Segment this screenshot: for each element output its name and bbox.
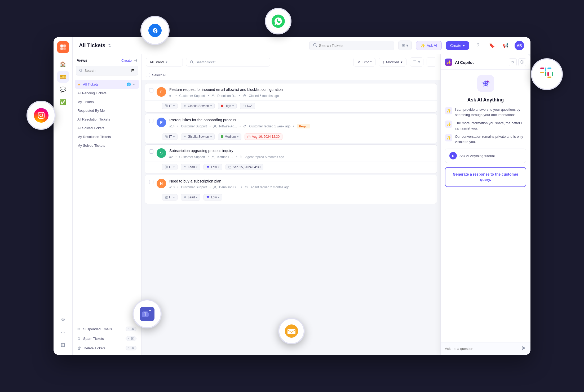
sidebar-item-spam[interactable]: ⊘ Spam Tickets 4.3K (75, 334, 139, 343)
ticket-tag-agent[interactable]: Lead ▾ (181, 194, 201, 201)
sidebar-search[interactable]: ⊞ (76, 66, 138, 75)
sidebar-item-all-tickets[interactable]: ★ All Tickets 🌐 ⋯ (75, 80, 139, 89)
svg-rect-38 (166, 106, 167, 107)
ticket-time-separator: • (239, 94, 240, 98)
ticket-filter-button[interactable] (427, 57, 436, 67)
svg-rect-9 (545, 72, 546, 76)
svg-rect-8 (540, 72, 544, 73)
svg-rect-47 (166, 137, 167, 138)
ticket-agent: Katrina E... (217, 155, 233, 159)
ticket-footer: IT ▾ Lead ▾ Low ▾ (145, 192, 437, 204)
ticket-tag-priority[interactable]: High ▾ (218, 103, 237, 109)
user-avatar[interactable]: AR (515, 41, 524, 50)
headphone-icon (184, 135, 187, 138)
ticket-department: Customer Support (181, 124, 207, 128)
nav-chat[interactable]: 💬 (57, 84, 69, 95)
nav-settings[interactable]: ⚙ (57, 314, 69, 325)
ticket-department: Customer Support (179, 94, 205, 98)
create-button[interactable]: Create ▾ (446, 41, 469, 50)
ticket-tag-dept[interactable]: IT ▾ (162, 103, 178, 109)
ticket-checkbox[interactable] (149, 180, 153, 184)
ticket-tag-agent[interactable]: Gisella Sowten ▾ (181, 103, 215, 109)
ticket-footer: IT ▾ Gisella Sowten ▾ Medium ▾ (145, 131, 437, 143)
nav-home[interactable]: 🏠 (57, 58, 69, 70)
ai-refresh-button[interactable]: ↻ (509, 58, 517, 66)
ai-send-button[interactable] (521, 346, 526, 352)
ticket-card[interactable]: F Feature request for inbound email allo… (145, 83, 437, 113)
nav-tasks[interactable]: ✅ (57, 96, 69, 108)
svg-text:T: T (144, 312, 147, 317)
ticket-tag-dept[interactable]: IT ▾ (162, 194, 178, 201)
sidebar-create-link[interactable]: Create (121, 59, 132, 63)
sidebar-item-my-tickets[interactable]: My Tickets (75, 97, 139, 106)
globe-icon: 🌐 (127, 82, 131, 86)
ai-generate-button[interactable]: Generate a response to the customer quer… (445, 167, 526, 187)
sidebar-item-suspended-emails[interactable]: ✉ Suspended Emails 1.5K (75, 324, 139, 334)
sidebar-item-my-solved[interactable]: My Solved Tickets (75, 141, 139, 150)
agent-icon (213, 186, 216, 189)
filter-button[interactable]: ⊞ ▾ (398, 41, 412, 50)
ticket-search[interactable]: Search ticket (186, 58, 270, 66)
sidebar-collapse-icon[interactable]: ⊣ (134, 58, 137, 63)
ticket-checkbox[interactable] (149, 149, 153, 154)
ticket-tag-date[interactable]: Aug 16, 2024 12:30 (245, 133, 282, 140)
ticket-card[interactable]: S Subscription upgrading process inquiry… (145, 144, 437, 174)
ticket-checkbox[interactable] (149, 119, 153, 123)
teams-icon: T T (132, 299, 162, 328)
header-search[interactable] (309, 41, 394, 50)
dept-chevron: ▾ (173, 104, 175, 107)
more-icon[interactable]: ⋯ (133, 82, 136, 86)
notifications-button[interactable]: 📢 (501, 41, 510, 50)
sidebar-item-all-resolution[interactable]: All Resolution Tickets (75, 115, 139, 124)
svg-point-0 (148, 24, 162, 37)
nav-more[interactable]: ⋯ (57, 326, 69, 338)
ai-input[interactable] (445, 347, 519, 351)
sidebar-item-my-resolution[interactable]: My Resolution Tickets (75, 132, 139, 141)
refresh-icon[interactable]: ↻ (108, 43, 112, 48)
brand-filter[interactable]: All Brand ▾ (146, 58, 183, 66)
ai-tutorial-button[interactable]: ▶ Ask AI Anything tutorial (445, 149, 526, 163)
ask-ai-button[interactable]: ✨ Ask AI (416, 41, 442, 50)
ticket-checkbox[interactable] (149, 88, 153, 92)
svg-point-39 (184, 105, 186, 106)
ticket-tag-agent[interactable]: Lead ▾ (181, 164, 201, 170)
ticket-tag-dept[interactable]: IT ▾ (162, 164, 178, 170)
list-view-icon: ☰ (413, 60, 417, 64)
spam-tickets-badge: 4.3K (126, 336, 136, 341)
sidebar-item-requested-by-me[interactable]: Requested By Me (75, 106, 139, 115)
ticket-time: Agent replied 2 months ago (251, 185, 290, 189)
separator: • (175, 155, 176, 159)
sidebar-item-all-solved[interactable]: All Solved Tickets (75, 124, 139, 132)
ai-info-button[interactable]: ⓘ (518, 58, 526, 66)
select-all-label: Select All (152, 73, 166, 77)
ticket-tag-date[interactable]: N/A (240, 103, 255, 109)
nav-grid[interactable]: ⊞ (57, 339, 69, 351)
ticket-card[interactable]: P Prerequisites for the onboarding proce… (145, 114, 437, 144)
ticket-tag-priority[interactable]: Low ▾ (203, 164, 222, 170)
header-search-input[interactable] (319, 43, 390, 48)
sidebar-search-input[interactable] (85, 69, 129, 73)
sort-button[interactable]: ↕ Modified ▾ (379, 58, 406, 66)
svg-rect-40 (243, 105, 245, 107)
select-all-checkbox[interactable] (146, 73, 150, 77)
chevron: ▾ (237, 135, 238, 138)
view-toggle[interactable]: ☰ ▾ (410, 57, 423, 66)
bookmark-button[interactable]: 🔖 (487, 41, 497, 50)
sidebar-item-deleted[interactable]: 🗑 Delete Tickets 1.5K (75, 343, 139, 353)
sidebar-item-all-pending[interactable]: All Pending Tickets (75, 89, 139, 97)
ai-feature-text-1: I can provide answers to your questions … (455, 107, 526, 117)
help-button[interactable]: ? (473, 41, 483, 50)
ticket-card[interactable]: N Need to buy a subscription plan #10 • … (145, 175, 437, 204)
headphone-icon (184, 104, 187, 107)
ticket-tag-priority[interactable]: Medium ▾ (218, 133, 242, 140)
ticket-tag-dept[interactable]: IT ▾ (162, 133, 178, 140)
ai-feature-text-2: The more information you share, the bett… (455, 121, 526, 131)
svg-rect-62 (165, 196, 166, 197)
export-button[interactable]: ↗ Export (353, 58, 376, 66)
sidebar-filter-icon[interactable]: ⊞ (131, 68, 135, 73)
nav-tickets[interactable]: 🎫 (57, 71, 69, 83)
ticket-tag-date[interactable]: Sep 15, 2024 04:30 (225, 164, 263, 170)
ticket-title: Feature request for inbound email allowl… (169, 87, 433, 92)
ticket-tag-priority[interactable]: Low ▾ (203, 194, 222, 201)
ticket-tag-agent[interactable]: Gisella Sowten ▾ (181, 133, 215, 140)
